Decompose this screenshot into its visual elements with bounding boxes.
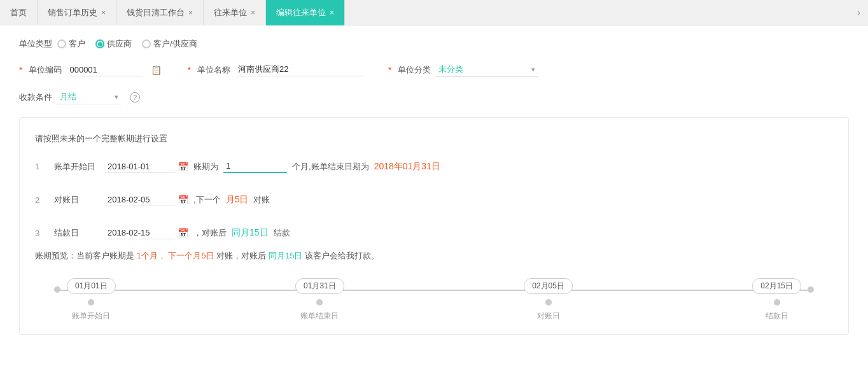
timeline-point-1: 01月01日 账单开始日 xyxy=(67,278,116,321)
unit-category-value: 未分类 xyxy=(438,64,529,75)
unit-category-label: 单位分类 xyxy=(398,64,431,76)
timeline-badge-3: 02月05日 xyxy=(524,278,573,294)
radio-supplier[interactable]: 供应商 xyxy=(95,38,132,50)
row-1-number: 1 xyxy=(35,162,54,171)
tab-cashflow-close[interactable]: × xyxy=(188,8,193,17)
timeline-point-4: 02月15日 结款日 xyxy=(752,278,801,321)
row-1-after-text: 账期为 xyxy=(193,161,218,172)
row-2-label: 对账日 xyxy=(54,194,105,206)
unit-info-row: * 单位编码 📋 * 单位名称 * 单位分类 未分类 ▾ xyxy=(19,62,849,77)
timeline-label-2: 账单结束日 xyxy=(300,311,339,321)
timeline-badge-4: 02月15日 xyxy=(752,278,801,294)
timeline-dot-4 xyxy=(774,299,780,306)
preview-text: 账期预览：当前客户账期是 1个月， 下一个月5日 对账，对账后 同月15日 该客… xyxy=(35,250,833,263)
radio-supplier-circle xyxy=(95,39,104,48)
radio-both[interactable]: 客户/供应商 xyxy=(142,38,197,50)
unit-type-row: 单位类型 客户 供应商 客户/供应商 xyxy=(19,38,849,50)
row-3-highlight-text: 同月15日 xyxy=(232,227,269,239)
unit-category-arrow-icon: ▾ xyxy=(531,66,535,74)
main-content: 单位类型 客户 供应商 客户/供应商 * 单位编码 xyxy=(0,25,868,387)
row-2-date-input[interactable] xyxy=(105,194,175,206)
timeline-badge-2: 01月31日 xyxy=(295,278,344,294)
unit-name-label: 单位名称 xyxy=(197,64,230,76)
setting-row-3: 3 结款日 📅 ，对账后 同月15日 结款 xyxy=(35,227,833,239)
radio-both-label: 客户/供应商 xyxy=(153,38,197,50)
tab-partners-close[interactable]: × xyxy=(251,8,255,17)
setting-row-2: 2 对账日 📅 ,下一个 月5日 对账 xyxy=(35,194,833,206)
row-3-after-text: ，对账后 xyxy=(193,227,227,239)
tab-edit-partner-close[interactable]: × xyxy=(330,8,334,17)
row-1-period-end-date: 2018年01月31日 xyxy=(374,161,440,172)
row-2-number: 2 xyxy=(35,195,54,205)
preview-prefix: 账期预览：当前客户账期是 xyxy=(35,251,134,260)
unit-category-star: * xyxy=(388,65,391,75)
timeline-line xyxy=(60,290,808,291)
timeline-dot-3 xyxy=(545,299,552,306)
unit-code-group: * 单位编码 📋 xyxy=(19,64,162,76)
radio-customer-circle xyxy=(57,39,66,48)
radio-customer-label: 客户 xyxy=(69,38,85,50)
tab-partners[interactable]: 往来单位 × xyxy=(204,0,266,25)
row-1-period-input[interactable] xyxy=(223,160,287,173)
preview-part3: 对账，对账后 xyxy=(216,251,266,260)
timeline-dot-2 xyxy=(316,299,323,306)
payment-terms-label: 收款条件 xyxy=(19,92,52,103)
unit-code-copy-icon[interactable]: 📋 xyxy=(151,65,162,75)
preview-part2: 下一个月5日 xyxy=(168,251,214,260)
row-1-date-input[interactable] xyxy=(105,160,175,173)
row-1-calendar-icon[interactable]: 📅 xyxy=(178,162,188,172)
unit-name-group: * 单位名称 xyxy=(187,64,362,76)
unit-type-radio-group: 客户 供应商 客户/供应商 xyxy=(57,38,197,50)
unit-code-input[interactable] xyxy=(67,64,143,76)
timeline-dot-1 xyxy=(88,299,94,306)
tab-bar: 首页 销售订单历史 × 钱货日清工作台 × 往来单位 × 编辑往来单位 × › xyxy=(0,0,868,25)
radio-both-circle xyxy=(142,39,151,48)
unit-category-group: * 单位分类 未分类 ▾ xyxy=(388,62,538,77)
payment-terms-select[interactable]: 月结 ▾ xyxy=(57,90,121,104)
tab-home[interactable]: 首页 xyxy=(0,0,38,25)
timeline-points: 01月01日 账单开始日 01月31日 账单结束日 02月05日 xyxy=(48,278,820,321)
timeline-label-1: 账单开始日 xyxy=(72,311,110,321)
payment-terms-group: 收款条件 月结 ▾ ? xyxy=(19,90,140,104)
timeline-left-dot xyxy=(54,286,60,293)
preview-suffix: 该客户会给我打款。 xyxy=(305,251,379,260)
row-3-label: 结款日 xyxy=(54,227,105,239)
row-1-label: 账单开始日 xyxy=(54,161,105,172)
row-2-highlight-text: 月5日 xyxy=(226,194,249,206)
payment-terms-arrow-icon: ▾ xyxy=(115,93,118,101)
radio-supplier-label: 供应商 xyxy=(107,38,132,50)
unit-type-label: 单位类型 xyxy=(19,38,52,50)
row-2-suffix-text: 对账 xyxy=(253,194,270,206)
timeline-label-3: 对账日 xyxy=(537,311,560,321)
preview-part4: 同月15日 xyxy=(269,251,302,260)
settings-card: 请按照未来的一个完整帐期进行设置 1 账单开始日 📅 账期为 个月,账单结束日期… xyxy=(19,117,849,335)
unit-name-star: * xyxy=(187,65,190,75)
row-3-number: 3 xyxy=(35,229,54,238)
tab-edit-partner-label: 编辑往来单位 xyxy=(276,7,326,18)
unit-code-star: * xyxy=(19,65,22,75)
tab-sales-order[interactable]: 销售订单历史 × xyxy=(38,0,116,25)
setting-row-1: 1 账单开始日 📅 账期为 个月,账单结束日期为 2018年01月31日 xyxy=(35,160,833,173)
unit-type-group: 单位类型 客户 供应商 客户/供应商 xyxy=(19,38,197,50)
tab-cashflow[interactable]: 钱货日清工作台 × xyxy=(116,0,204,25)
preview-part1: 1个月， xyxy=(137,251,166,260)
tab-expand-button[interactable]: › xyxy=(850,7,868,18)
row-2-after-text: ,下一个 xyxy=(193,194,221,206)
timeline-badge-1: 01月01日 xyxy=(67,278,116,294)
timeline-point-2: 01月31日 账单结束日 xyxy=(295,278,344,321)
payment-terms-help-icon[interactable]: ? xyxy=(130,92,140,102)
timeline-point-3: 02月05日 对账日 xyxy=(524,278,573,321)
unit-name-input[interactable] xyxy=(235,64,363,76)
row-3-date-input[interactable] xyxy=(105,227,175,239)
radio-customer[interactable]: 客户 xyxy=(57,38,85,50)
unit-category-select[interactable]: 未分类 ▾ xyxy=(436,62,538,77)
tab-home-label: 首页 xyxy=(10,7,27,18)
tab-partners-label: 往来单位 xyxy=(214,7,247,18)
row-3-suffix-text: 结款 xyxy=(274,227,290,239)
row-3-calendar-icon[interactable]: 📅 xyxy=(178,228,188,238)
timeline: 01月01日 账单开始日 01月31日 账单结束日 02月05日 xyxy=(35,278,833,321)
tab-cashflow-label: 钱货日清工作台 xyxy=(127,7,185,18)
tab-sales-order-close[interactable]: × xyxy=(101,8,106,17)
tab-edit-partner[interactable]: 编辑往来单位 × xyxy=(266,0,345,25)
row-2-calendar-icon[interactable]: 📅 xyxy=(178,195,188,205)
